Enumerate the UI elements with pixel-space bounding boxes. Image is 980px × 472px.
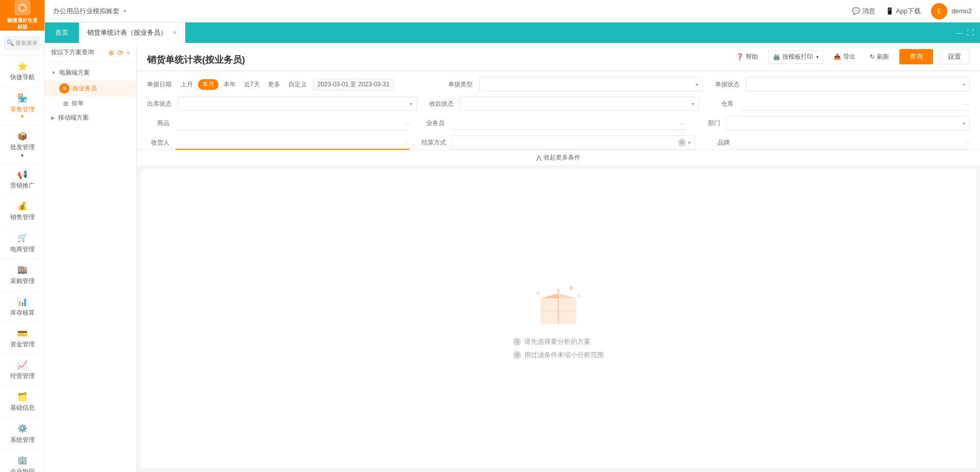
sidebar-item-retail[interactable]: 🏪 零售管理 ▼ xyxy=(0,87,44,126)
empty-line1-text: 请先选择要分析的方案 xyxy=(524,337,591,346)
date-tab-custom[interactable]: 自定义 xyxy=(285,79,310,90)
help-btn[interactable]: ❓ 帮助 xyxy=(732,51,762,63)
search-menu-btn[interactable]: 🔍 搜索菜单 xyxy=(4,36,40,50)
salesperson-dots-icon[interactable]: ··· xyxy=(679,119,685,127)
tab-expand-icon[interactable]: ⛶ xyxy=(967,29,974,37)
export-label: 导出 xyxy=(843,53,855,61)
date-tab-this-year[interactable]: 本年 xyxy=(220,79,239,90)
sidebar-item-ecommerce[interactable]: 🛒 电商管理 xyxy=(0,227,44,259)
page-actions: ❓ 帮助 🖨️ 按模板打印 ▾ 📤 导出 ↻ 刷新 xyxy=(732,49,970,70)
print-label: 按模板打印 xyxy=(782,53,813,61)
date-tab-7days[interactable]: 近7天 xyxy=(241,79,263,90)
tab-home[interactable]: 首页 xyxy=(45,22,79,43)
warehouse-dots-icon[interactable]: ··· xyxy=(964,100,970,108)
payment-status-control[interactable]: ▾ xyxy=(460,97,699,111)
sidebar-item-finance[interactable]: 💳 资金管理 xyxy=(0,323,44,355)
empty-state: ① 请先选择要分析的方案 ② 用过滤条件来缩小分析范围 xyxy=(141,169,976,468)
tree-node-label: 移动端方案 xyxy=(58,113,89,122)
tab-active[interactable]: 销货单统计表（按业务员） × xyxy=(79,22,185,43)
order-status-control[interactable]: ▾ xyxy=(746,77,970,91)
warehouse-control[interactable]: ··· xyxy=(740,97,970,111)
add-scheme-icon[interactable]: ⊕ xyxy=(108,49,114,57)
app-download-label: App下载 xyxy=(896,7,921,16)
collapse-label: ⋀ 收起更多条件 xyxy=(536,153,580,162)
active-indicator: 按 xyxy=(59,83,69,93)
receiver-dots-icon[interactable]: ··· xyxy=(403,138,409,146)
sidebar-item-enterprise[interactable]: 🏢 企业协同 xyxy=(0,450,44,472)
refresh-btn[interactable]: ↻ 刷新 xyxy=(866,51,893,63)
app-download-btn[interactable]: 📱 App下载 xyxy=(886,7,921,16)
export-btn[interactable]: 📤 导出 xyxy=(829,51,860,63)
collapse-text: 收起更多条件 xyxy=(544,153,580,162)
query-button[interactable]: 查询 xyxy=(899,49,933,64)
content-area: 按以下方案查询 ⊕ ⟳ « ▼ 电脑端方案 按 按业务员 ⊞ 按单 xyxy=(45,43,980,472)
sidebar-item-marketing[interactable]: 📢 营销推广 xyxy=(0,164,44,196)
settlement-clear-icon[interactable]: ✕ xyxy=(678,138,686,147)
tab-minimize-icon[interactable]: — xyxy=(955,29,963,37)
tree-sub-by-order[interactable]: ⊞ 按单 xyxy=(45,97,136,110)
date-tab-more[interactable]: 更多 xyxy=(265,79,283,90)
sidebar-item-system[interactable]: ⚙️ 系统管理 xyxy=(0,418,44,450)
tree-child-by-salesperson[interactable]: 按 按业务员 xyxy=(45,80,136,97)
sales-icon: 💰 xyxy=(17,201,28,212)
user-area[interactable]: E demo2 xyxy=(931,3,972,19)
date-tab-last-month[interactable]: 上月 xyxy=(178,79,196,90)
goods-control[interactable]: ··· xyxy=(176,116,410,130)
tree-node-mobile[interactable]: ▶ 移动端方案 xyxy=(45,110,136,125)
message-btn[interactable]: 💬 消息 xyxy=(852,7,875,16)
brand-control[interactable]: ··· xyxy=(736,135,970,150)
tree-node-desktop[interactable]: ▼ 电脑端方案 xyxy=(45,65,136,80)
message-icon: 💬 xyxy=(852,7,860,15)
date-range-display[interactable]: 2023-03-01 至 2023-03-31 xyxy=(313,79,394,90)
sidebar-item-basics[interactable]: 🗂️ 基础信息 xyxy=(0,386,44,418)
empty-text-line1: ① 请先选择要分析的方案 xyxy=(513,337,604,346)
collapse-panel-icon[interactable]: « xyxy=(127,49,130,56)
sidebar-item-quick-nav[interactable]: ⭐ 快捷导航 xyxy=(0,56,44,87)
sidebar-item-label: 基础信息 xyxy=(10,404,35,412)
date-tab-this-month[interactable]: 本月 xyxy=(198,79,218,90)
filter-row-2: 出库状态 ▾ 收款状态 ▾ 仓库 ··· xyxy=(147,97,970,111)
settlement-label: 结算方式 xyxy=(422,138,446,147)
stock-status-label: 出库状态 xyxy=(147,100,172,108)
department-arrow-icon: ▾ xyxy=(963,121,965,126)
stock-status-control[interactable]: ▾ xyxy=(178,97,417,111)
filter-row-3: 商品 ··· 业务员 ··· 部门 ▾ xyxy=(147,116,970,130)
goods-dots-icon[interactable]: ··· xyxy=(404,119,410,127)
goods-label: 商品 xyxy=(147,119,169,128)
empty-text-line2: ② 用过滤条件来缩小分析范围 xyxy=(513,350,604,360)
settlement-control[interactable]: ✕ ▾ xyxy=(452,135,695,150)
tab-close-icon[interactable]: × xyxy=(173,29,177,36)
brand-dots-icon[interactable]: ··· xyxy=(964,138,970,147)
sidebar-item-sales[interactable]: 💰 销售管理 xyxy=(0,196,44,227)
sidebar-item-wholesale[interactable]: 📦 批发管理 ▲ xyxy=(0,126,44,164)
svg-point-6 xyxy=(577,294,580,297)
system-icon: ⚙️ xyxy=(17,423,28,434)
salesperson-control[interactable]: ··· xyxy=(451,116,685,130)
date-tabs: 上月 本月 本年 近7天 更多 自定义 xyxy=(178,79,310,90)
order-type-control[interactable]: ▾ xyxy=(479,77,703,91)
refresh-label: 刷新 xyxy=(877,53,889,61)
brand-label: 品牌 xyxy=(707,138,730,147)
breadcrumb-arrow-icon[interactable]: ▾ xyxy=(124,8,126,14)
department-control[interactable]: ▾ xyxy=(726,116,970,130)
sidebar-item-label: 电商管理 xyxy=(10,245,35,254)
sidebar-item-inventory[interactable]: 📊 库存核算 xyxy=(0,291,44,323)
print-btn[interactable]: 🖨️ 按模板打印 ▾ xyxy=(768,50,823,64)
receiver-control[interactable]: ··· xyxy=(176,135,409,150)
collapse-row[interactable]: ⋀ 收起更多条件 xyxy=(137,150,980,165)
sidebar-item-label: 零售管理 xyxy=(10,105,35,114)
sidebar-item-purchase[interactable]: 🏬 采购管理 xyxy=(0,259,44,291)
sidebar-search-area[interactable]: 🔍 搜索菜单 xyxy=(0,31,44,56)
stock-status-arrow-icon: ▾ xyxy=(410,101,412,107)
message-label: 消息 xyxy=(862,7,875,16)
sidebar-item-operations[interactable]: 📈 经营管理 xyxy=(0,355,44,386)
purchase-icon: 🏬 xyxy=(17,264,28,275)
chevron-down-icon: ▼ xyxy=(20,113,24,120)
empty-text: ① 请先选择要分析的方案 ② 用过滤条件来缩小分析范围 xyxy=(513,337,604,360)
help-icon: ❓ xyxy=(736,53,744,60)
operations-icon: 📈 xyxy=(17,360,28,371)
refresh-icon: ↻ xyxy=(870,53,875,60)
refresh-scheme-icon[interactable]: ⟳ xyxy=(117,49,124,57)
settings-button[interactable]: 设置 xyxy=(939,49,970,64)
sidebar-item-label: 批发管理 xyxy=(10,143,35,152)
